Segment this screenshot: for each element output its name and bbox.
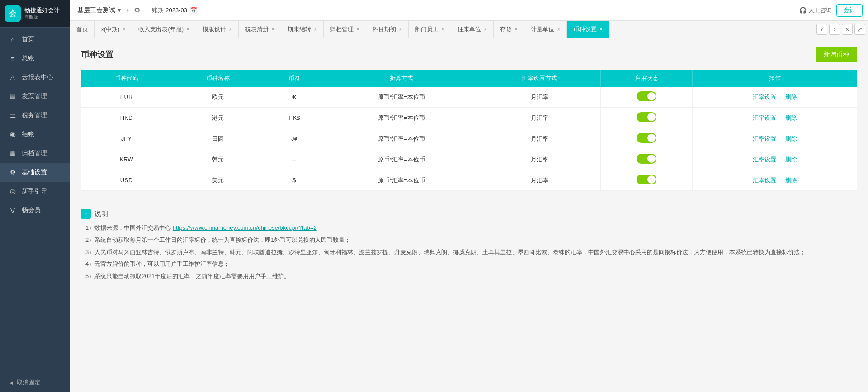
company-settings-icon[interactable]: ⚙	[134, 6, 140, 14]
enabled-toggle[interactable]	[637, 133, 656, 143]
tabbar-nav: ‹ › × ⤢	[814, 21, 868, 38]
topbar-right: 🎧 人工咨询 会计	[799, 4, 863, 17]
enabled-toggle[interactable]	[637, 154, 656, 164]
tab-next-button[interactable]: ›	[829, 24, 840, 35]
sidebar-item-label: 税务管理	[22, 111, 47, 119]
rate-setting-link[interactable]: 汇率设置	[753, 177, 776, 184]
tab-label: 计量单位	[531, 25, 554, 33]
tab-inventory[interactable]: 存货 ×	[494, 21, 524, 38]
tab-period-end[interactable]: 期末结转 ×	[281, 21, 324, 38]
tab-close-icon[interactable]: ×	[599, 26, 603, 33]
tabbar: 首页 ε(中期) × 收入支出表(年报) × 模版设计 × 税表清册 × 期末结…	[70, 21, 868, 38]
tab-income[interactable]: 收入支出表(年报) ×	[132, 21, 196, 38]
tab-label: 存货	[500, 25, 512, 33]
cell-symbol: --	[264, 149, 325, 170]
tab-home[interactable]: 首页	[70, 21, 95, 38]
home-icon: ⌂	[8, 36, 17, 43]
tab-tax[interactable]: 税表清册 ×	[239, 21, 281, 38]
delete-link[interactable]: 删除	[785, 177, 797, 184]
tab-close-icon[interactable]: ×	[314, 26, 317, 33]
sidebar-item-settings[interactable]: ⚙ 基础设置	[0, 163, 70, 182]
calendar-icon[interactable]: 📅	[190, 7, 197, 14]
enabled-toggle[interactable]	[637, 91, 656, 101]
note-item: 3）人民币对马来西亚林吉特、俄罗斯卢布、南非兰特、韩元、阿联酋迪拉姆、沙特里亚尔…	[85, 248, 857, 257]
tab-contacts[interactable]: 往来单位 ×	[451, 21, 494, 38]
tab-close-icon[interactable]: ×	[557, 26, 560, 33]
period-label: 账期	[152, 6, 164, 14]
delete-link[interactable]: 删除	[785, 94, 797, 100]
tab-prev-button[interactable]: ‹	[816, 24, 827, 35]
sidebar-pin-toggle[interactable]: ◄ 取消固定	[0, 373, 70, 392]
sidebar-item-settle[interactable]: ◉ 结账	[0, 125, 70, 144]
cell-method: 原币*汇率=本位币	[325, 149, 478, 170]
add-company-icon[interactable]: +	[125, 6, 129, 14]
cell-status	[601, 108, 693, 128]
tab-balance[interactable]: ε(中期) ×	[95, 21, 132, 38]
tab-close-icon[interactable]: ×	[484, 26, 487, 33]
note-section: ≡ 说明 1）数据来源：中国外汇交易中心 https://www.chinamo…	[81, 209, 857, 281]
sidebar-item-label: 新手引导	[22, 187, 47, 195]
tab-close-icon[interactable]: ×	[271, 26, 274, 33]
tab-close-icon[interactable]: ×	[399, 26, 402, 33]
note-title-text: 说明	[94, 210, 108, 218]
tab-subjects[interactable]: 科目期初 ×	[366, 21, 409, 38]
tab-close-icon[interactable]: ×	[514, 26, 518, 33]
tab-close-icon[interactable]: ×	[122, 26, 125, 33]
cell-rate-method: 月汇率	[478, 170, 601, 191]
sidebar-item-label: 结账	[22, 130, 34, 138]
note-item: 2）系统自动获取每月第一个工作日的汇率标价，统一为直接标价法，即1外币可以兑换的…	[85, 236, 857, 245]
tab-currency[interactable]: 币种设置 ×	[567, 21, 609, 38]
logo-name: 畅捷通好会计	[24, 7, 60, 14]
sidebar-item-label: 归档管理	[22, 149, 47, 157]
rate-setting-link[interactable]: 汇率设置	[753, 94, 776, 100]
new-currency-button[interactable]: 新增币种	[816, 47, 857, 62]
toggle-knob	[647, 134, 656, 142]
enabled-toggle[interactable]	[637, 112, 656, 122]
rate-setting-link[interactable]: 汇率设置	[753, 135, 776, 142]
tab-close-icon[interactable]: ×	[441, 26, 444, 33]
delete-link[interactable]: 删除	[785, 135, 797, 142]
tab-maximize-button[interactable]: ⤢	[854, 24, 865, 35]
tab-close-icon[interactable]: ×	[186, 26, 189, 33]
period-value: 2023-03	[165, 7, 187, 14]
sidebar-item-archive[interactable]: ▦ 归档管理	[0, 144, 70, 163]
cell-rate-method: 月汇率	[478, 87, 601, 108]
sidebar-item-invoice[interactable]: ▤ 发票管理	[0, 87, 70, 106]
sidebar-item-label: 发票管理	[22, 92, 47, 100]
tab-label: 模版设计	[203, 25, 226, 33]
note-link[interactable]: https://www.chinamoney.com.cn/chinese/bk…	[173, 224, 317, 231]
tab-close-icon[interactable]: ×	[229, 26, 232, 33]
tab-archive[interactable]: 归档管理 ×	[324, 21, 366, 38]
sidebar-item-tax[interactable]: ☰ 税务管理	[0, 106, 70, 125]
company-dropdown-icon[interactable]: ▾	[118, 7, 121, 14]
tab-template[interactable]: 模版设计 ×	[196, 21, 239, 38]
sidebar-item-home[interactable]: ⌂ 首页	[0, 30, 70, 49]
delete-link[interactable]: 删除	[785, 156, 797, 163]
table-row: HKD 港元 HK$ 原币*汇率=本位币 月汇率 汇率设置 删除	[81, 108, 857, 128]
col-rate-method: 汇率设置方式	[478, 70, 601, 87]
logo-icon: 会	[5, 5, 21, 22]
rate-setting-link[interactable]: 汇率设置	[753, 114, 776, 121]
tab-label: 往来单位	[458, 25, 481, 33]
sidebar-item-guide[interactable]: ◎ 新手引导	[0, 182, 70, 201]
sidebar-item-member[interactable]: V 畅会员	[0, 201, 70, 220]
tab-label: 首页	[76, 25, 88, 33]
enabled-toggle[interactable]	[637, 175, 656, 184]
toggle-knob	[647, 113, 656, 121]
table-row: KRW 韩元 -- 原币*汇率=本位币 月汇率 汇率设置 删除	[81, 149, 857, 170]
sidebar-item-reports[interactable]: △ 云报表中心	[0, 68, 70, 87]
cell-actions: 汇率设置 删除	[693, 149, 857, 170]
delete-link[interactable]: 删除	[785, 114, 797, 121]
tab-close-all-button[interactable]: ×	[842, 24, 853, 35]
headset-icon: 🎧	[799, 7, 807, 14]
rate-setting-link[interactable]: 汇率设置	[753, 156, 776, 163]
tab-units[interactable]: 计量单位 ×	[524, 21, 567, 38]
sidebar-item-ledger[interactable]: ≡ 总账	[0, 49, 70, 68]
tab-departments[interactable]: 部门员工 ×	[409, 21, 451, 38]
sidebar-logo: 会 畅捷通好会计 旗舰版	[0, 0, 70, 28]
service-button[interactable]: 🎧 人工咨询	[799, 6, 832, 14]
sidebar-item-label: 畅会员	[22, 206, 41, 214]
topbar-period: 账期 2023-03 📅	[152, 6, 197, 14]
account-button[interactable]: 会计	[836, 4, 863, 17]
tab-close-icon[interactable]: ×	[356, 26, 359, 33]
